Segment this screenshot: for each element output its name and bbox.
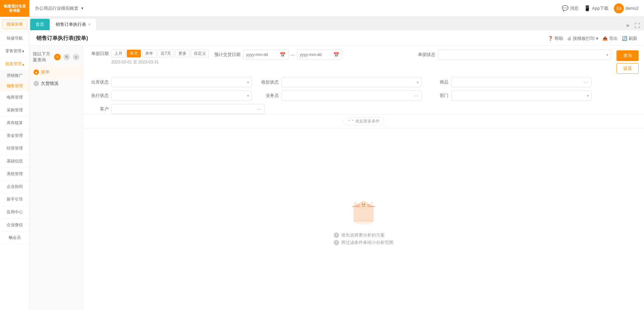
sidebar-item-app-center[interactable]: 应用中心 [0,206,29,219]
topbar-right: 💬 消息 📱 App下载 Ea demo2 [562,3,639,13]
topbar: 办公用品行业模拟账套 ▾ 💬 消息 📱 App下载 Ea demo2 [30,0,644,17]
refresh-label: 刷新 [629,36,637,42]
sidebar-item-purchase[interactable]: 采购管理 [0,104,29,117]
status-select[interactable]: ▾ [438,50,611,60]
customer-input[interactable]: ··· [111,104,265,114]
custom-btn[interactable]: 自定义 [191,50,209,57]
query-button[interactable]: 查询 [616,50,639,61]
left-panel-icons: + ✎ « [54,54,79,60]
add-scheme-button[interactable]: + [54,54,61,60]
expected-date-group: 预计交货日期 📅 — 📅 [214,50,410,60]
curr-year-btn[interactable]: 本年 [142,50,156,57]
collapse-label: 收起更多条件 [356,118,380,124]
window-close-button[interactable]: × [625,21,631,30]
sidebar-item-inventory[interactable]: 库存核算 [0,117,29,130]
collapse-panel-button[interactable]: « [73,54,79,60]
page-actions: ❓ 帮助 🖨 按模板打印 ▾ 📤 导出 🔄 刷新 [548,36,637,42]
sidebar-item-quick-nav[interactable]: 快捷导航 [0,32,29,45]
date-filter-label: 单据日期 [89,51,109,57]
scheme-label-order: 按单 [41,69,50,75]
export-button[interactable]: 📤 导出 [602,36,618,42]
expected-date-end[interactable]: 📅 [297,50,342,60]
filter-row-3: 执行状态 ▾ 业务员 ··· [83,87,644,101]
scheme-icon-backorder: ○ [34,81,39,86]
expected-date-start[interactable]: 📅 [243,50,288,60]
tab-sales-order[interactable]: 销售订单执行表 × [50,19,96,30]
empty-state-hints: 1 请先选择要分析的方案 2 用过滤条件来缩小分析范围 [334,232,393,246]
operations-label: 经营管理 [7,146,23,151]
print-button[interactable]: 🖨 按模板打印 ▾ [567,36,598,42]
date-quick-buttons: 上月 本月 本年 近7天 更多 自定义 [111,50,209,57]
goods-input[interactable]: ··· [451,77,592,87]
sidebar-item-ecommerce[interactable]: 电商管理 [0,91,29,104]
calendar-icon-start: 📅 [280,52,285,57]
message-label: 消息 [570,5,579,11]
username-label: demo2 [625,6,639,11]
salesperson-filter: 业务员 ··· [259,91,422,101]
search-menu-button[interactable]: 搜索菜单 [2,19,27,29]
svg-point-2 [360,201,368,209]
user-profile[interactable]: Ea demo2 [614,3,639,13]
sidebar-item-marketing[interactable]: 营销推广 [0,70,29,81]
expected-date-end-input[interactable] [300,52,333,57]
inventory-label: 库存核算 [7,120,23,125]
sidebar-item-sales[interactable]: 销售管理 [0,81,29,91]
sidebar-item-collab[interactable]: 企业协同 [0,180,29,193]
sidebar-item-guide[interactable]: 新手引导 [0,193,29,206]
left-panel-title: 按以下方案查询 [33,51,54,63]
message-button[interactable]: 💬 消息 [562,5,579,11]
scheme-item-by-order[interactable]: ● 按单 [30,66,83,78]
tab-close-icon[interactable]: × [88,22,91,27]
exec-select[interactable]: ▾ [111,91,252,101]
filter-results-area: 单据日期 上月 本月 本年 近7天 更多 自定义 2023 [83,46,644,310]
curr-month-btn[interactable]: 本月 [127,50,141,57]
collapse-more-button[interactable]: ⌃⌃ 收起更多条件 [343,117,384,125]
prev-month-btn[interactable]: 上月 [111,50,125,57]
guide-label: 新手引导 [7,197,23,202]
payment-select[interactable]: ▾ [281,77,422,87]
window-expand-button[interactable]: ⛶ [633,21,641,30]
payment-chevron-icon: ▾ [417,81,419,84]
tab-home[interactable]: 首页 [30,19,50,30]
scheme-item-backorder[interactable]: ○ 欠货情况 [30,78,83,89]
sidebar-item-basic-info[interactable]: 基础信息 [0,155,29,168]
empty-illustration-svg [347,193,380,227]
page-body: 按以下方案查询 + ✎ « ● 按单 ○ 欠货情况 [30,46,644,310]
sidebar-item-system[interactable]: 系统管理 [0,168,29,180]
salesperson-dots-icon: ··· [414,93,419,98]
sidebar-item-wechat[interactable]: 企业微信 [0,219,29,231]
salesperson-input[interactable]: ··· [281,91,422,101]
retail-label: 零售管理 [5,48,21,54]
sidebar-item-member[interactable]: 畅会员 [0,231,29,244]
svg-point-3 [362,204,363,205]
seven-days-btn[interactable]: 近7天 [158,50,174,57]
collapse-section: ⌃⌃ 收起更多条件 [83,114,644,128]
help-button[interactable]: ❓ 帮助 [548,36,563,42]
delivery-select[interactable]: ▾ [111,77,252,87]
delivery-filter: 出库状态 ▾ [89,77,252,87]
sidebar: 畅捷通好生意 标准版 搜索菜单 快捷导航 零售管理 ▾ 批发管理 ▴ 营销推广 … [0,0,30,310]
refresh-button[interactable]: 🔄 刷新 [622,36,637,42]
expected-date-start-input[interactable] [246,52,280,57]
sidebar-item-retail[interactable]: 零售管理 ▾ [0,45,29,58]
collapse-up-icon: ⌃⌃ [347,119,354,124]
print-icon: 🖨 [567,36,572,41]
dept-select[interactable]: ▾ [451,91,592,101]
sidebar-item-finance[interactable]: 资金管理 [0,130,29,142]
date-filter-group: 单据日期 上月 本月 本年 近7天 更多 自定义 2023 [89,50,209,65]
delivery-chevron-icon: ▾ [247,81,249,84]
sidebar-item-operations[interactable]: 经营管理 [0,142,29,155]
member-label: 畅会员 [9,235,21,240]
hint-item-2: 2 用过滤条件来缩小分析范围 [334,240,393,246]
basic-info-label: 基础信息 [7,159,23,163]
marketing-label: 营销推广 [7,73,23,78]
settings-button[interactable]: 设置 [616,63,639,74]
content-area: 销售订单执行表(按单) ❓ 帮助 🖨 按模板打印 ▾ 📤 导出 🔄 刷新 [30,30,644,310]
app-download-button[interactable]: 📱 App下载 [584,5,608,11]
breadcrumb-arrow-icon[interactable]: ▾ [81,6,84,11]
main-content: 办公用品行业模拟账套 ▾ 💬 消息 📱 App下载 Ea demo2 首页 [30,0,644,310]
more-btn[interactable]: 更多 [175,50,190,57]
finance-label: 资金管理 [7,133,23,138]
sidebar-item-wholesale[interactable]: 批发管理 ▴ [0,58,29,70]
edit-scheme-button[interactable]: ✎ [63,54,70,60]
